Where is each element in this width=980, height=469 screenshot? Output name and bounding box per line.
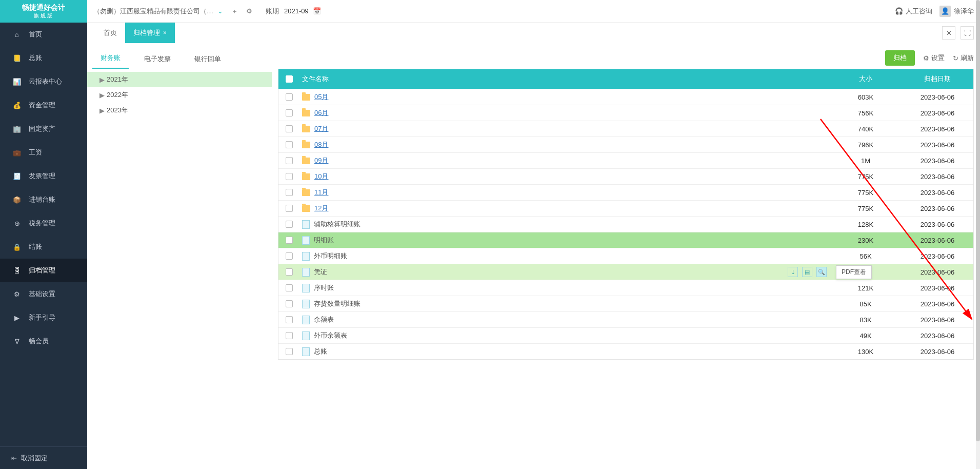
archive-button[interactable]: 归档 <box>885 50 915 66</box>
year-2021年[interactable]: ▶2021年 <box>87 72 272 87</box>
table-row[interactable]: 08月796K2023-06-06 <box>278 136 973 152</box>
subtab-0[interactable]: 财务账 <box>92 48 129 69</box>
row-checkbox[interactable] <box>286 221 293 228</box>
tab-1[interactable]: 归档管理× <box>125 23 175 43</box>
table-row[interactable]: 06月756K2023-06-06 <box>278 105 973 121</box>
select-all-checkbox[interactable] <box>286 75 293 83</box>
sidebar-item-5[interactable]: 💼工资 <box>0 141 87 164</box>
sidebar-item-12[interactable]: ▶新手引导 <box>0 306 87 329</box>
period-label: 账期 <box>266 7 279 16</box>
row-checkbox[interactable] <box>286 332 293 339</box>
table-row[interactable]: 10月775K2023-06-06 <box>278 168 973 184</box>
chevron-down-icon[interactable]: ⌄ <box>217 7 223 15</box>
sidebar-label: 畅会员 <box>29 337 49 346</box>
row-name[interactable]: 05月 <box>314 93 328 101</box>
close-tab-button[interactable]: ✕ <box>942 26 955 40</box>
year-label: 2021年 <box>107 75 128 84</box>
company-selector[interactable]: （勿删）江西服宝精品有限责任公司（… <box>93 7 213 16</box>
row-checkbox[interactable] <box>286 300 293 307</box>
table-row[interactable]: 11月775K2023-06-06 <box>278 184 973 200</box>
table-row[interactable]: 余额表83K2023-06-06 <box>278 311 973 327</box>
sidebar-unpin[interactable]: ⇤ 取消固定 <box>0 446 87 469</box>
sidebar-item-4[interactable]: 🏢固定资产 <box>0 117 87 141</box>
row-size: 85K <box>830 300 902 308</box>
row-name[interactable]: 07月 <box>314 125 328 132</box>
sidebar-item-0[interactable]: ⌂首页 <box>0 23 87 46</box>
row-checkbox[interactable] <box>286 173 293 180</box>
left-panel: 财务账电子发票银行回单 ▶2021年▶2022年▶2023年 <box>87 47 272 469</box>
tab-0[interactable]: 首页 <box>95 23 125 43</box>
sidebar-item-3[interactable]: 💰资金管理 <box>0 93 87 117</box>
settings-button[interactable]: ⚙ 设置 <box>923 53 945 63</box>
sidebar-item-10[interactable]: 🗄归档管理 <box>0 259 87 282</box>
pdf-view-icon[interactable]: 🔍 <box>816 267 827 277</box>
row-checkbox[interactable] <box>286 189 293 196</box>
pdf-icon[interactable]: ▤ <box>802 267 812 277</box>
year-2022年[interactable]: ▶2022年 <box>87 87 272 103</box>
row-date: 2023-06-06 <box>902 189 973 197</box>
row-checkbox[interactable] <box>286 316 293 323</box>
sidebar-item-1[interactable]: 📒总账 <box>0 46 87 70</box>
row-checkbox[interactable] <box>286 141 293 148</box>
table-row[interactable]: 外币余额表49K2023-06-06 <box>278 327 973 343</box>
row-date: 2023-06-06 <box>902 173 973 181</box>
subtab-2[interactable]: 银行回单 <box>186 49 229 69</box>
table-row[interactable]: 07月740K2023-06-06 <box>278 121 973 136</box>
table-row[interactable]: 05月603K2023-06-06 <box>278 89 973 105</box>
sidebar-item-11[interactable]: ⚙基础设置 <box>0 282 87 306</box>
year-label: 2023年 <box>107 106 128 115</box>
table-row[interactable]: 总账130K2023-06-06 <box>278 343 973 359</box>
scrollbar[interactable] <box>976 0 980 469</box>
table-row[interactable]: 明细账230K2023-06-06 <box>278 232 973 248</box>
add-icon[interactable]: ＋ <box>231 7 238 16</box>
year-2023年[interactable]: ▶2023年 <box>87 103 272 118</box>
table-row[interactable]: 外币明细账56K2023-06-06 <box>278 248 973 264</box>
sidebar-item-9[interactable]: 🔒结账 <box>0 235 87 259</box>
subtab-1[interactable]: 电子发票 <box>136 49 179 69</box>
row-checkbox[interactable] <box>286 205 293 212</box>
refresh-button[interactable]: ↻ 刷新 <box>953 53 974 63</box>
row-name[interactable]: 08月 <box>314 141 328 148</box>
row-date: 2023-06-06 <box>902 284 973 292</box>
file-icon <box>302 268 310 277</box>
row-name[interactable]: 11月 <box>314 188 328 196</box>
close-icon[interactable]: × <box>163 29 167 36</box>
file-icon <box>302 331 310 340</box>
table-row[interactable]: 存货数量明细账85K2023-06-06 <box>278 296 973 311</box>
sidebar-item-13[interactable]: ∇畅会员 <box>0 329 87 353</box>
row-checkbox[interactable] <box>286 237 293 244</box>
sidebar-item-7[interactable]: 📦进销台账 <box>0 188 87 211</box>
sidebar-label: 固定资产 <box>29 124 55 133</box>
row-name[interactable]: 06月 <box>314 109 328 116</box>
row-checkbox[interactable] <box>286 109 293 116</box>
table-row[interactable]: 09月1M2023-06-06 <box>278 152 973 168</box>
row-checkbox[interactable] <box>286 93 293 101</box>
table-row[interactable]: 辅助核算明细账128K2023-06-06 <box>278 216 973 232</box>
row-size: 56K <box>830 252 902 260</box>
row-name[interactable]: 10月 <box>314 172 328 180</box>
help-button[interactable]: 🎧 人工咨询 <box>895 7 932 16</box>
sidebar-item-8[interactable]: ⊕税务管理 <box>0 211 87 235</box>
row-checkbox[interactable] <box>286 157 293 164</box>
table-row[interactable]: 序时账121K2023-06-06 <box>278 280 973 296</box>
calendar-icon[interactable]: 📅 <box>313 7 321 15</box>
table-row[interactable]: 12月775K2023-06-06 <box>278 200 973 216</box>
row-checkbox[interactable] <box>286 125 293 132</box>
row-checkbox[interactable] <box>286 348 293 355</box>
row-name[interactable]: 09月 <box>314 157 328 164</box>
sidebar-item-2[interactable]: 📊云报表中心 <box>0 70 87 93</box>
user-menu[interactable]: 👤 徐泽华 <box>939 6 974 17</box>
row-name[interactable]: 12月 <box>314 204 328 212</box>
row-checkbox[interactable] <box>286 284 293 291</box>
sidebar-item-6[interactable]: 🧾发票管理 <box>0 164 87 188</box>
gear-icon[interactable]: ⚙ <box>246 7 252 15</box>
page-tabs: 首页归档管理× ✕ ⛶ <box>87 23 980 43</box>
row-checkbox[interactable] <box>286 268 293 276</box>
download-icon[interactable]: ⤓ <box>788 267 798 277</box>
row-checkbox[interactable] <box>286 252 293 260</box>
row-date: 2023-06-06 <box>902 125 973 133</box>
table-row[interactable]: 凭证33K2023-06-06⤓▤🔍PDF查看 <box>278 264 973 280</box>
sidebar-label: 归档管理 <box>29 266 55 275</box>
fullscreen-button[interactable]: ⛶ <box>961 26 974 40</box>
period-value[interactable]: 2021-09 <box>284 7 309 15</box>
